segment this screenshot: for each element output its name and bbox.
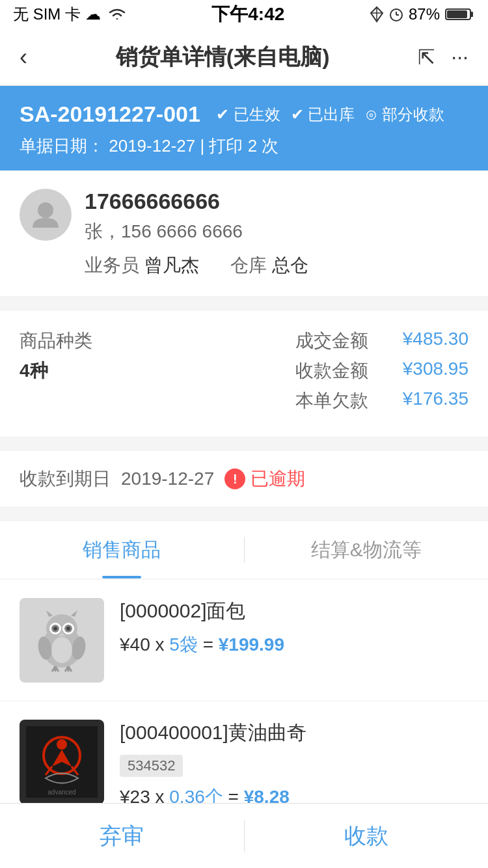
product-equals-1: = xyxy=(203,634,219,655)
location-icon xyxy=(370,6,384,23)
collected-row: 收款金额 ¥308.95 xyxy=(295,359,468,383)
svg-rect-7 xyxy=(447,10,467,18)
content-area: SA-20191227-001 ✔ 已生效 ✔ 已出库 ⊙ 部分收款 单据日期：… xyxy=(0,86,488,868)
customer-info: 17666666666 张，156 6666 6666 业务员 曾凡杰 仓库 总… xyxy=(85,189,468,278)
tab-settlement[interactable]: 结算&物流等 xyxy=(245,521,489,578)
product-image-2: advanced xyxy=(20,720,104,804)
svg-marker-12 xyxy=(71,610,77,617)
product-details-1: [0000002]面包 ¥40 x 5袋 = ¥199.99 xyxy=(120,598,468,683)
debt-label: 本单欠款 xyxy=(295,388,368,413)
cancel-button[interactable]: 弃审 xyxy=(0,804,244,868)
badge-effective: ✔ 已生效 xyxy=(216,104,280,125)
products-section: 晨+ [0000002]面包 ¥40 x 5袋 = ¥199.99 xyxy=(0,580,488,828)
back-button[interactable]: ‹ xyxy=(20,44,27,71)
alarm-icon xyxy=(389,7,403,22)
collected-label: 收款金额 xyxy=(295,359,368,383)
deal-amount-value: ¥485.30 xyxy=(384,329,468,353)
debt-value: ¥176.35 xyxy=(384,388,468,413)
summary-section: 商品种类 4种 成交金额 ¥485.30 收款金额 ¥308.95 本单欠款 ¥… xyxy=(0,310,488,437)
product-base-price-1: ¥40 x xyxy=(120,634,169,655)
svg-point-18 xyxy=(66,627,70,631)
tab-sales-products[interactable]: 销售商品 xyxy=(0,521,244,578)
status-badges: ✔ 已生效 ✔ 已出库 ⊙ 部分收款 xyxy=(216,104,444,125)
product-details-2: [000400001]黄油曲奇 534532 ¥23 x 0.36个 = ¥8.… xyxy=(120,720,468,809)
share-icon[interactable]: ⇱ xyxy=(418,45,435,70)
more-icon[interactable]: ··· xyxy=(451,45,468,69)
product-qty-1: 5袋 xyxy=(169,634,198,655)
tabs: 销售商品 结算&物流等 xyxy=(0,521,488,578)
overdue-badge: ! 已逾期 xyxy=(224,467,305,491)
order-header-top: SA-20191227-001 ✔ 已生效 ✔ 已出库 ⊙ 部分收款 xyxy=(20,102,468,127)
status-bar-left: 无 SIM 卡 ☁ xyxy=(13,4,127,25)
product-total-1: ¥199.99 xyxy=(219,634,284,655)
customer-name: 张，156 6666 6666 xyxy=(85,219,468,244)
collected-value: ¥308.95 xyxy=(384,359,468,383)
summary-left: 商品种类 4种 xyxy=(20,329,92,383)
product-name-1: [0000002]面包 xyxy=(120,598,468,625)
battery-icon xyxy=(445,7,475,21)
warehouse-value: 总仓 xyxy=(272,253,308,278)
sales-meta: 业务员 曾凡杰 xyxy=(85,253,199,278)
page-title: 销货单详情(来自电脑) xyxy=(116,42,330,72)
due-date-section: 收款到期日 2019-12-27 ! 已逾期 xyxy=(0,450,488,508)
battery-level: 87% xyxy=(409,5,440,23)
summary-right: 成交金额 ¥485.30 收款金额 ¥308.95 本单欠款 ¥176.35 xyxy=(295,329,468,418)
status-bar-time: 下午4:42 xyxy=(211,2,284,27)
nav-actions: ⇱ ··· xyxy=(418,45,468,70)
customer-id: 17666666666 xyxy=(85,189,468,214)
tabs-section: 销售商品 结算&物流等 xyxy=(0,521,488,578)
status-bar: 无 SIM 卡 ☁ 下午4:42 87% xyxy=(0,0,488,29)
deal-amount-row: 成交金额 ¥485.30 xyxy=(295,329,468,353)
sales-value: 曾凡杰 xyxy=(144,253,199,278)
badge-partial: ⊙ 部分收款 xyxy=(365,104,444,125)
order-date: 单据日期： 2019-12-27 | 打印 2 次 xyxy=(20,135,468,157)
avatar xyxy=(20,189,72,241)
product-name-2: [000400001]黄油曲奇 xyxy=(120,720,468,746)
order-id: SA-20191227-001 xyxy=(20,102,200,127)
svg-marker-11 xyxy=(46,610,53,617)
nav-bar: ‹ 销货单详情(来自电脑) ⇱ ··· xyxy=(0,29,488,86)
due-date-value: 2019-12-27 xyxy=(121,468,214,489)
list-item: 晨+ [0000002]面包 ¥40 x 5袋 = ¥199.99 xyxy=(0,580,488,701)
badge-shipped: ✔ 已出库 xyxy=(291,104,355,125)
warehouse-label: 仓库 xyxy=(230,253,267,278)
svg-point-32 xyxy=(57,739,67,750)
debt-row: 本单欠款 ¥176.35 xyxy=(295,388,468,413)
svg-text:advanced: advanced xyxy=(47,789,75,796)
category-value: 4种 xyxy=(20,360,48,381)
category-label: 商品种类 xyxy=(20,329,92,353)
customer-section: 17666666666 张，156 6666 6666 业务员 曾凡杰 仓库 总… xyxy=(0,170,488,297)
confirm-button[interactable]: 收款 xyxy=(245,804,489,868)
product-tag-2: 534532 xyxy=(120,755,183,777)
svg-rect-6 xyxy=(470,12,473,17)
due-date-label: 收款到期日 xyxy=(20,467,111,491)
wifi-icon xyxy=(107,7,127,21)
product-image-1: 晨+ xyxy=(20,598,104,683)
product-price-1: ¥40 x 5袋 = ¥199.99 xyxy=(120,632,468,657)
sim-status: 无 SIM 卡 ☁ xyxy=(13,4,101,25)
warehouse-meta: 仓库 总仓 xyxy=(230,253,308,278)
order-header: SA-20191227-001 ✔ 已生效 ✔ 已出库 ⊙ 部分收款 单据日期：… xyxy=(0,86,488,170)
sales-label: 业务员 xyxy=(85,253,139,278)
svg-point-17 xyxy=(53,627,57,631)
customer-meta: 业务员 曾凡杰 仓库 总仓 xyxy=(85,253,468,278)
overdue-icon: ! xyxy=(224,468,245,489)
bottom-actions: 弃审 收款 xyxy=(0,803,488,868)
svg-point-20 xyxy=(51,637,72,663)
product-thumbnail-owl: 晨+ xyxy=(29,608,94,673)
svg-point-8 xyxy=(38,202,53,218)
product-thumbnail-ninja: advanced xyxy=(26,726,98,798)
status-bar-right: 87% xyxy=(370,5,475,23)
deal-amount-label: 成交金额 xyxy=(295,329,368,353)
user-icon xyxy=(29,198,62,231)
overdue-label: 已逾期 xyxy=(251,467,305,491)
